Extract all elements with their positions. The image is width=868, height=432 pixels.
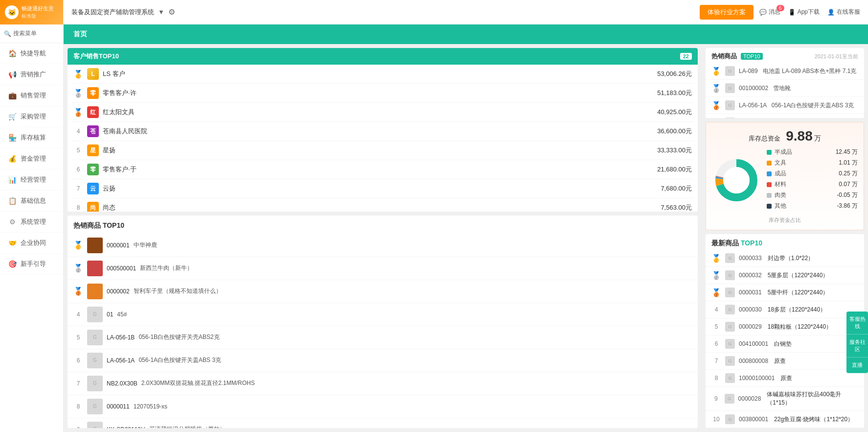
- rank-number: 9: [711, 395, 721, 402]
- product-name: 智利车子里（规格不知道填什么）: [134, 287, 692, 295]
- legend-dot: [767, 161, 772, 166]
- top-selling-row[interactable]: 🥈 G 001000002 雪地靴: [706, 80, 864, 97]
- sidebar-logo: 🐱 畅捷通好生意 标准版: [0, 0, 63, 24]
- rank-amount: 33,333.00元: [657, 146, 692, 155]
- inventory-icon: 🏪: [8, 133, 17, 142]
- product-row[interactable]: 🥈 000500001 新西兰牛肉（新牛）: [68, 257, 698, 280]
- sidebar-item-sales[interactable]: 💼 销售管理: [0, 85, 63, 106]
- rank-amount: 21,680.00元: [657, 165, 692, 174]
- newest-row[interactable]: 🥇 G 0000033 封边带（1.0*22）: [706, 250, 864, 267]
- product-row[interactable]: 4 G 01 45#: [68, 303, 698, 326]
- product-row[interactable]: 9 G KK-SD22110H 花语萌恒温分腿睡袋（厚款）: [68, 418, 698, 428]
- table-row[interactable]: 🥈 零 零售客户·许 51,183.00元: [71, 84, 694, 103]
- table-row[interactable]: 5 星 星扬 33,333.00元: [71, 141, 694, 160]
- sidebar-item-marketing[interactable]: 📢 营销推广: [0, 64, 63, 85]
- message-button[interactable]: 💬 消息 6: [759, 8, 780, 16]
- legend-value: 0.25 万: [839, 169, 858, 178]
- livestream-button[interactable]: 直播: [846, 358, 868, 373]
- float-buttons: 客服热线 服务社区 直播: [846, 312, 868, 373]
- legend-item-semifinished: 半成品 12.45 万: [767, 148, 858, 156]
- top-selling-row[interactable]: 🥉 G LA-056-1A 056-1A白色按键开关盖ABS 3克: [706, 97, 864, 114]
- enterprise-icon: 🤝: [8, 239, 17, 247]
- sidebar-item-purchase[interactable]: 🛒 采购管理: [0, 106, 63, 127]
- table-row[interactable]: 7 云 云扬 7,680.00元: [71, 179, 694, 198]
- table-row[interactable]: 6 零 零售客户·于 21,680.00元: [71, 160, 694, 179]
- rank-medal-gold: 🥇: [73, 69, 83, 79]
- rank-medal: 🥉: [711, 100, 721, 110]
- search-button[interactable]: 🔍 搜索菜单: [4, 29, 59, 38]
- table-row[interactable]: 🥇 L LS 客户 53,006.26元: [71, 65, 694, 84]
- product-row[interactable]: 🥉 0000002 智利车子里（规格不知道填什么）: [68, 280, 698, 303]
- product-image: G: [725, 373, 735, 383]
- online-service-button[interactable]: 👤 在线客服: [827, 8, 860, 16]
- legend-label: 半成品: [775, 148, 833, 156]
- product-code: 0000028: [738, 395, 761, 402]
- sidebar-search[interactable]: 🔍 搜索菜单: [0, 24, 63, 43]
- product-row[interactable]: 7 G NB2.0X30B 2.0X30MM双搓花轴.搓花直径2.1MM/ROH…: [68, 372, 698, 395]
- newest-row[interactable]: 4 G 0000030 18多层（1220*2440）: [706, 301, 864, 318]
- community-button[interactable]: 服务社区: [846, 335, 868, 358]
- newest-row[interactable]: 7 G 000800008 原查: [706, 353, 864, 370]
- newest-row[interactable]: 🥉 G 0000031 5厘中纤（1220*2440）: [706, 284, 864, 301]
- product-row[interactable]: 🥇 0000001 中华神鹿: [68, 234, 698, 257]
- top-selling-row[interactable]: 4 G 0000017 10S 变料罗紧: [706, 114, 864, 118]
- finance-icon: 💰: [8, 154, 17, 163]
- product-name: 2.0X30MM双搓花轴.搓花直径2.1MM/ROHS: [141, 379, 692, 387]
- sidebar-item-guide[interactable]: 🎯 新手引导: [0, 254, 63, 275]
- legend-item-other: 其他 -3.86 万: [767, 202, 858, 210]
- rank-medal: 🥇: [711, 66, 721, 76]
- sidebar-item-operations[interactable]: 📊 经营管理: [0, 169, 63, 191]
- product-row[interactable]: 6 G LA-056-1A 056-1A白色按键开关盖ABS 3克: [68, 349, 698, 372]
- top-selling-row[interactable]: 🥇 G LA-089 电池盖 LA-089 ABS本色+黑种 7.1克: [706, 63, 864, 80]
- newest-row[interactable]: 8 G 10000100001 原查: [706, 370, 864, 387]
- product-image: G: [725, 356, 735, 366]
- sidebar-item-home[interactable]: 🏠 快捷导航: [0, 43, 63, 64]
- customer-service-button[interactable]: 客服热线: [846, 312, 868, 335]
- product-code: LA-056-1B: [107, 334, 135, 341]
- sidebar-item-inventory[interactable]: 🏪 库存核算: [0, 127, 63, 148]
- rank-badge: 零: [87, 87, 99, 99]
- app-download-button[interactable]: 📱 App下载: [788, 8, 820, 16]
- rank-amount: 36,600.00元: [657, 127, 692, 136]
- rank-number: 8: [711, 375, 721, 382]
- product-image: G: [87, 353, 103, 368]
- rank-badge: L: [87, 68, 99, 80]
- table-row[interactable]: 8 尚 尚态 7,563.00元: [71, 198, 694, 212]
- newest-row[interactable]: 6 G 004100001 白钢垫: [706, 336, 864, 353]
- product-name: 中华神鹿: [134, 241, 692, 249]
- gear-icon[interactable]: ⚙: [168, 7, 175, 17]
- main-content: 装备及固定资产辅助管理系统 ▼ ⚙ 体验行业方案 💬 消息 6 📱 App下载 …: [64, 0, 868, 432]
- product-name: 新西兰牛肉（新牛）: [140, 264, 692, 272]
- legend-dot: [767, 182, 772, 187]
- product-row[interactable]: 8 G 0000011 12070519-xs: [68, 395, 698, 418]
- product-code: 0000011: [107, 403, 130, 410]
- sidebar-item-finance[interactable]: 💰 资金管理: [0, 148, 63, 169]
- rank-medal: 🥉: [73, 287, 83, 296]
- guide-icon: 🎯: [8, 260, 17, 268]
- product-info: 001000002 雪地靴: [739, 84, 858, 93]
- legend-value: 1.01 万: [839, 159, 858, 167]
- sidebar-item-enterprise[interactable]: 🤝 企业协同: [0, 233, 63, 254]
- newest-row[interactable]: 5 G 0000029 18颗粒板（1220*2440）: [706, 318, 864, 336]
- product-image: G: [87, 399, 103, 414]
- rank-name: LS 客户: [103, 70, 653, 78]
- product-code: 003800001: [739, 416, 768, 423]
- dropdown-icon[interactable]: ▼: [158, 8, 164, 16]
- table-row[interactable]: 🥉 红 红太阳文具 40,925.00元: [71, 103, 694, 122]
- product-image: [87, 261, 103, 276]
- trial-button[interactable]: 体验行业方案: [700, 5, 754, 20]
- sidebar-item-basic[interactable]: 📋 基础信息: [0, 191, 63, 212]
- right-column: 热销商品 TOP10 2021-01-01至当前 🥇 G LA-089 电池盖 …: [702, 44, 868, 432]
- newest-row[interactable]: 9 G 0000028 体碱嘉核味苏打饮品400毫升（1*15）: [706, 387, 864, 411]
- newest-row[interactable]: 10 G 003800001 22g鱼豆腐·烧烤味（1*12*20）: [706, 411, 864, 428]
- rank-amount: 53,006.26元: [657, 70, 692, 78]
- table-row[interactable]: 4 苍 苍南县人民医院 36,600.00元: [71, 122, 694, 141]
- rank-name: 红太阳文具: [103, 108, 653, 117]
- product-image: G: [725, 414, 735, 424]
- product-row[interactable]: 5 G LA-056-1B 056-1B白色按键开关壳ABS2克: [68, 326, 698, 349]
- rank-number: 7: [73, 185, 83, 192]
- newest-products-title: 最新商品 TOP10: [706, 234, 864, 250]
- sidebar-item-system[interactable]: ⚙ 系统管理: [0, 212, 63, 233]
- newest-row[interactable]: 🥈 G 0000032 5厘多层（1220*2440）: [706, 267, 864, 284]
- product-code: 000500001: [107, 265, 136, 272]
